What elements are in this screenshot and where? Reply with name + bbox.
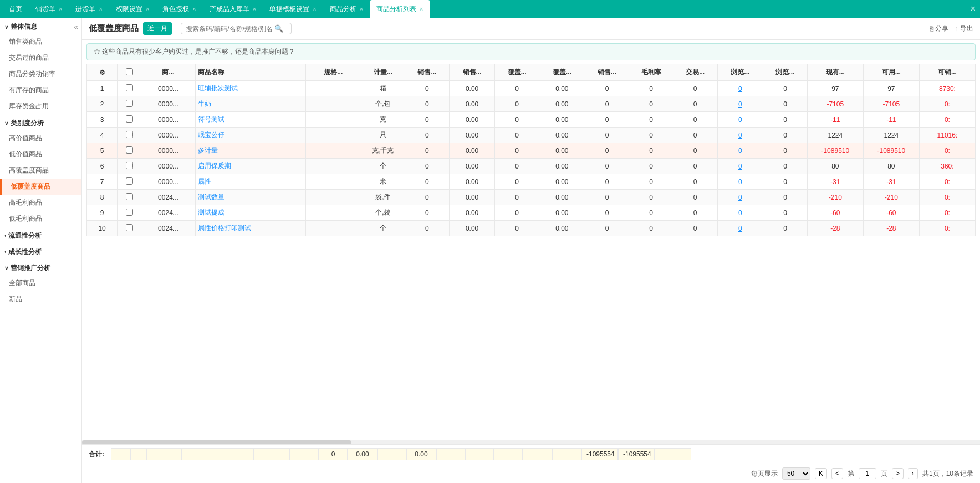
cell-check[interactable]: [118, 174, 141, 190]
cell-browse1[interactable]: 0: [717, 81, 763, 96]
sidebar-collapse-button[interactable]: «: [74, 22, 78, 31]
cell-check[interactable]: [118, 159, 141, 174]
cell-name[interactable]: 属性: [195, 174, 305, 190]
filter-recent-month-button[interactable]: 近一月: [143, 22, 172, 35]
col-header-sales3[interactable]: 销售...: [585, 64, 629, 81]
nav-tab-home[interactable]: 首页: [2, 0, 29, 18]
first-page-button[interactable]: K: [815, 468, 827, 479]
row-checkbox[interactable]: [126, 177, 133, 185]
row-checkbox[interactable]: [126, 131, 133, 138]
select-all-checkbox[interactable]: [126, 68, 133, 75]
sidebar-group-growth[interactable]: › 成长性分析: [0, 243, 81, 259]
sidebar-item-low-value[interactable]: 低价值商品: [0, 146, 81, 162]
cell-browse1[interactable]: 0: [717, 143, 763, 159]
sidebar-item-stocked-goods[interactable]: 有库存的商品: [0, 82, 81, 98]
nav-tab-close[interactable]: ×: [59, 6, 62, 12]
cell-name[interactable]: 多计量: [195, 143, 305, 159]
cell-browse1[interactable]: 0: [717, 205, 763, 221]
col-header-name[interactable]: 商品名称: [195, 64, 305, 81]
prev-page-button[interactable]: <: [831, 468, 843, 479]
cell-check[interactable]: [118, 96, 141, 112]
row-checkbox[interactable]: [126, 193, 133, 200]
col-header-browse2[interactable]: 浏览...: [763, 64, 808, 81]
col-header-unit[interactable]: 计量...: [361, 64, 405, 81]
next-page-button[interactable]: >: [892, 468, 904, 479]
cell-check[interactable]: [118, 205, 141, 221]
cell-browse1[interactable]: 0: [717, 96, 763, 112]
nav-tab-close[interactable]: ×: [253, 6, 256, 12]
cell-name[interactable]: 启用保质期: [195, 159, 305, 174]
nav-tab-permission[interactable]: 权限设置 ×: [109, 0, 156, 18]
nav-tab-close[interactable]: ×: [192, 6, 196, 12]
col-header-trade[interactable]: 交易...: [673, 64, 717, 81]
sidebar-group-marketing[interactable]: ∨ 营销推广分析: [0, 259, 81, 275]
cell-check[interactable]: [118, 190, 141, 205]
cell-browse1[interactable]: 0: [717, 221, 763, 236]
col-header-code[interactable]: 商...: [141, 64, 195, 81]
nav-tab-close[interactable]: ×: [360, 6, 363, 12]
col-header-check[interactable]: [118, 64, 141, 81]
nav-tab-close[interactable]: ×: [146, 6, 149, 12]
cell-name[interactable]: 旺辅批次测试: [195, 81, 305, 96]
cell-name[interactable]: 测试数量: [195, 190, 305, 205]
sidebar-item-high-value[interactable]: 高价值商品: [0, 130, 81, 146]
cell-check[interactable]: [118, 143, 141, 159]
nav-tab-role[interactable]: 角色授权 ×: [156, 0, 202, 18]
nav-tab-close[interactable]: ×: [313, 6, 316, 12]
export-button[interactable]: ↑ 导出: [955, 24, 973, 33]
col-header-spec[interactable]: 规格...: [305, 64, 361, 81]
cell-browse1[interactable]: 0: [717, 112, 763, 128]
share-button[interactable]: ⎘ 分享: [930, 24, 948, 33]
cell-browse1[interactable]: 0: [717, 174, 763, 190]
cell-name[interactable]: 测试提成: [195, 205, 305, 221]
sidebar-item-category-rate[interactable]: 商品分类动销率: [0, 66, 81, 82]
cell-name[interactable]: 属性价格打印测试: [195, 221, 305, 236]
row-checkbox[interactable]: [126, 209, 133, 216]
row-checkbox[interactable]: [126, 84, 133, 91]
cell-browse1[interactable]: 0: [717, 190, 763, 205]
nav-tab-close[interactable]: ×: [99, 6, 102, 12]
last-page-button[interactable]: ›: [908, 468, 918, 479]
close-all-tabs-button[interactable]: ×: [971, 4, 976, 14]
cell-name[interactable]: 牛奶: [195, 96, 305, 112]
sidebar-item-high-margin[interactable]: 高毛利商品: [0, 195, 81, 211]
sidebar-item-low-margin[interactable]: 低毛利商品: [0, 211, 81, 227]
page-size-select[interactable]: 50 100 200: [782, 467, 810, 480]
nav-tab-sales[interactable]: 销货单 ×: [29, 0, 69, 18]
col-header-avail[interactable]: 可用...: [863, 64, 919, 81]
col-header-sale[interactable]: 可销...: [919, 64, 975, 81]
current-page-input[interactable]: [859, 468, 876, 479]
col-header-cover1[interactable]: 覆盖...: [495, 64, 539, 81]
sidebar-group-circulation[interactable]: › 流通性分析: [0, 227, 81, 243]
nav-tab-analysis-list[interactable]: 商品分析列表 ×: [370, 0, 430, 18]
sidebar-item-all-goods[interactable]: 全部商品: [0, 275, 81, 291]
cell-name[interactable]: 符号测试: [195, 112, 305, 128]
col-header-sales-num[interactable]: 销售...: [405, 64, 450, 81]
sidebar-item-high-coverage[interactable]: 高覆盖度商品: [0, 162, 81, 179]
cell-check[interactable]: [118, 81, 141, 96]
nav-tab-product[interactable]: 产成品入库单 ×: [203, 0, 263, 18]
sidebar-item-traded-goods[interactable]: 交易过的商品: [0, 50, 81, 66]
row-checkbox[interactable]: [126, 224, 133, 231]
col-header-sales-amt[interactable]: 销售...: [449, 64, 495, 81]
col-header-browse1[interactable]: 浏览...: [717, 64, 763, 81]
cell-check[interactable]: [118, 112, 141, 128]
row-checkbox[interactable]: [126, 162, 133, 169]
sidebar-group-category[interactable]: ∨ 类别度分析: [0, 114, 81, 130]
cell-browse1[interactable]: 0: [717, 159, 763, 174]
col-header-cur[interactable]: 现有...: [807, 64, 863, 81]
sidebar-item-new-goods[interactable]: 新品: [0, 291, 81, 307]
nav-tab-analysis[interactable]: 商品分析 ×: [323, 0, 370, 18]
horizontal-scrollbar[interactable]: [82, 440, 980, 444]
col-header-settings[interactable]: ⚙: [87, 64, 118, 81]
cell-name[interactable]: 眠宝公仔: [195, 128, 305, 143]
sidebar-group-overall[interactable]: ∨ 整体信息: [0, 18, 81, 34]
col-header-gross[interactable]: 毛利率: [629, 64, 673, 81]
col-header-cover2[interactable]: 覆盖...: [539, 64, 585, 81]
cell-check[interactable]: [118, 128, 141, 143]
search-input[interactable]: [186, 25, 274, 33]
nav-tab-close-active[interactable]: ×: [420, 6, 423, 12]
row-checkbox[interactable]: [126, 115, 133, 123]
nav-tab-template[interactable]: 单据模板设置 ×: [263, 0, 323, 18]
sidebar-item-stock-funds[interactable]: 库存资金占用: [0, 98, 81, 114]
